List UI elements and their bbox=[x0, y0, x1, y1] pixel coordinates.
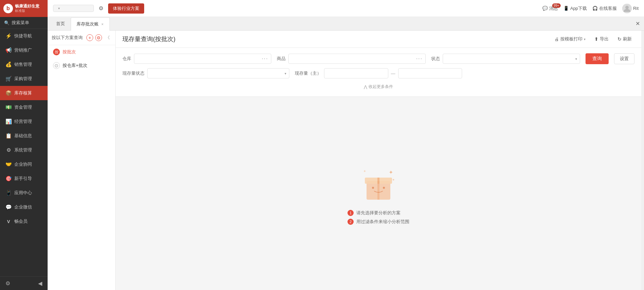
filter-product: 商品 ··· bbox=[277, 54, 426, 64]
inventory-icon: 📦 bbox=[5, 90, 12, 96]
basics-icon: 📋 bbox=[5, 133, 12, 139]
print-template-label: 按模板打印 bbox=[560, 36, 582, 42]
collapse-more-btn[interactable]: ⋀ 收起更多条件 bbox=[122, 83, 634, 91]
enterprise-icon: 🤝 bbox=[5, 161, 12, 167]
add-scheme-btn[interactable]: + bbox=[86, 34, 93, 41]
breadcrumb-chevron-icon: ▾ bbox=[58, 6, 60, 10]
tab-home[interactable]: 首页 bbox=[50, 17, 71, 30]
print-template-btn[interactable]: 🖨 按模板打印 ▾ bbox=[552, 35, 588, 43]
svg-point-7 bbox=[383, 187, 385, 189]
sidebar-item-label: 快捷导航 bbox=[14, 33, 32, 39]
app-download-btn[interactable]: 📱 App下载 bbox=[563, 5, 587, 12]
messages-btn[interactable]: 💬 消息 99+ bbox=[542, 5, 558, 12]
product-input[interactable]: ··· bbox=[288, 54, 426, 64]
sidebar-search[interactable]: 🔍 搜索菜单 bbox=[0, 17, 48, 29]
app-center-icon: 📱 bbox=[5, 190, 12, 196]
close-tab-btn[interactable]: ✕ bbox=[631, 18, 644, 30]
page-header-actions: 🖨 按模板打印 ▾ ⬆ 导出 ↻ 刷新 bbox=[552, 35, 634, 43]
sidebar-item-sales[interactable]: 💰 销售管理 bbox=[0, 57, 48, 72]
topbar-gear-icon[interactable]: ⚙ bbox=[97, 4, 105, 13]
empty-hints: 1 请先选择要分析的方案 2 用过滤条件来缩小分析范围 bbox=[348, 210, 409, 225]
member-icon: V bbox=[5, 219, 12, 224]
page-title: 现存量查询(按批次) bbox=[122, 35, 175, 43]
sidebar-item-purchase[interactable]: 🛒 采购管理 bbox=[0, 72, 48, 86]
sidebar-item-system[interactable]: ⚙ 系统管理 bbox=[0, 143, 48, 157]
filter-area: 仓库 ··· 商品 ··· 状态 bbox=[116, 48, 641, 97]
sidebar-item-quick-nav[interactable]: ⚡ 快捷导航 bbox=[0, 29, 48, 43]
sidebar-item-finance[interactable]: 💵 资金管理 bbox=[0, 100, 48, 114]
hint-num-1: 1 bbox=[348, 210, 354, 216]
message-icon: 💬 bbox=[542, 6, 548, 11]
left-panel-header: 按以下方案查询 + ⚙ 《 bbox=[48, 31, 115, 45]
tab-home-label: 首页 bbox=[56, 21, 65, 27]
sidebar-item-label: 库存核算 bbox=[14, 90, 32, 96]
export-btn[interactable]: ⬆ 导出 bbox=[592, 35, 611, 43]
online-service-icon: 🎧 bbox=[592, 6, 598, 11]
tab-close-icon[interactable]: × bbox=[101, 22, 104, 26]
user-profile-btn[interactable]: Rit bbox=[622, 4, 639, 13]
marketing-icon: 📢 bbox=[5, 47, 12, 53]
footer-settings-icon[interactable]: ⚙ bbox=[5, 280, 10, 287]
status-select[interactable]: ▾ bbox=[443, 54, 580, 64]
company-name: 畅康通好生意 bbox=[15, 4, 39, 8]
sidebar-item-app-center[interactable]: 📱 应用中心 bbox=[0, 186, 48, 200]
wechat-icon: 💬 bbox=[5, 204, 12, 210]
sidebar-item-operations[interactable]: 📊 经营管理 bbox=[0, 114, 48, 129]
sidebar-item-member[interactable]: V 畅会员 bbox=[0, 214, 48, 229]
sidebar-item-enterprise[interactable]: 🤝 企业协同 bbox=[0, 157, 48, 171]
scheme-label-by-batch: 按批次 bbox=[63, 49, 76, 55]
scheme-settings-btn[interactable]: ⚙ bbox=[95, 34, 102, 41]
svg-text:✦: ✦ bbox=[389, 169, 393, 175]
sidebar-item-newbie[interactable]: 🎯 新手引导 bbox=[0, 171, 48, 186]
warehouse-input[interactable]: ··· bbox=[134, 54, 271, 64]
experience-btn[interactable]: 体验行业方案 bbox=[108, 3, 144, 14]
left-panel: 按以下方案查询 + ⚙ 《 按 按批次 ⊙ 按仓库+批次 bbox=[48, 31, 116, 290]
right-scrollbar[interactable] bbox=[641, 31, 644, 290]
inventory-qty-max-input[interactable] bbox=[398, 68, 462, 78]
sidebar-item-label: 应用中心 bbox=[14, 190, 32, 196]
collapse-up-icon: ⋀ bbox=[364, 85, 367, 89]
operations-icon: 📊 bbox=[5, 119, 12, 125]
sidebar-item-basics[interactable]: 📋 基础信息 bbox=[0, 129, 48, 143]
hint-text-2: 用过滤条件来缩小分析范围 bbox=[356, 219, 409, 225]
app-download-label: App下载 bbox=[570, 5, 587, 12]
svg-point-1 bbox=[625, 6, 629, 9]
warehouse-dots: ··· bbox=[262, 56, 268, 62]
sidebar-item-marketing[interactable]: 📢 营销推广 bbox=[0, 43, 48, 57]
inventory-qty-label: 现存量（主） bbox=[295, 70, 321, 76]
app-download-icon: 📱 bbox=[563, 6, 569, 11]
username-label: Rit bbox=[633, 6, 639, 11]
collapse-panel-btn[interactable]: 《 bbox=[104, 34, 111, 41]
footer-collapse-icon[interactable]: ◀ bbox=[38, 280, 42, 287]
breadcrumb-input[interactable]: ▾ bbox=[53, 5, 94, 12]
sidebar-footer: ⚙ ◀ bbox=[0, 276, 48, 290]
scheme-icon-inactive: ⊙ bbox=[53, 62, 60, 69]
right-main: 现存量查询(按批次) 🖨 按模板打印 ▾ ⬆ 导出 ↻ 刷新 bbox=[116, 31, 641, 290]
sidebar-item-label: 畅会员 bbox=[14, 218, 28, 224]
sidebar-logo: b bbox=[3, 4, 13, 13]
inventory-qty-min-input[interactable] bbox=[324, 68, 388, 78]
purchase-icon: 🛒 bbox=[5, 76, 12, 82]
scheme-item-by-warehouse-batch[interactable]: ⊙ 按仓库+批次 bbox=[48, 59, 115, 72]
sidebar-item-inventory[interactable]: 📦 库存核算 bbox=[0, 86, 48, 100]
hint-text-1: 请先选择要分析的方案 bbox=[356, 210, 401, 216]
svg-text:✦: ✦ bbox=[363, 169, 366, 173]
refresh-btn[interactable]: ↻ 刷新 bbox=[615, 35, 634, 43]
tab-inventory-batch[interactable]: 库存批次账 × bbox=[71, 17, 110, 31]
sidebar-nav: ⚡ 快捷导航 📢 营销推广 💰 销售管理 🛒 采购管理 📦 库存核算 💵 资金管… bbox=[0, 29, 48, 276]
export-label: 导出 bbox=[600, 36, 609, 42]
inventory-status-arrow-icon: ▾ bbox=[285, 72, 286, 75]
sidebar-item-wechat[interactable]: 💬 企业微信 bbox=[0, 200, 48, 214]
settings-btn[interactable]: 设置 bbox=[614, 53, 634, 64]
online-service-btn[interactable]: 🎧 在线客服 bbox=[592, 5, 617, 12]
scheme-item-by-batch[interactable]: 按 按批次 bbox=[48, 45, 115, 59]
inventory-status-select[interactable]: ▾ bbox=[147, 68, 289, 78]
refresh-label: 刷新 bbox=[623, 36, 632, 42]
empty-illustration: ✦ ✦ ✦ bbox=[358, 162, 399, 203]
empty-hint-2: 2 用过滤条件来缩小分析范围 bbox=[348, 219, 409, 225]
sidebar-title-block: 畅康通好生意 标准版 bbox=[15, 4, 39, 13]
query-btn[interactable]: 查询 bbox=[586, 53, 609, 64]
tab-inventory-batch-label: 库存批次账 bbox=[77, 21, 99, 27]
main-area: ▾ ⚙ 体验行业方案 💬 消息 99+ 📱 App下载 🎧 在线客服 bbox=[48, 0, 644, 290]
filter-row-2: 现存量状态 ▾ 现存量（主） — bbox=[122, 68, 634, 78]
